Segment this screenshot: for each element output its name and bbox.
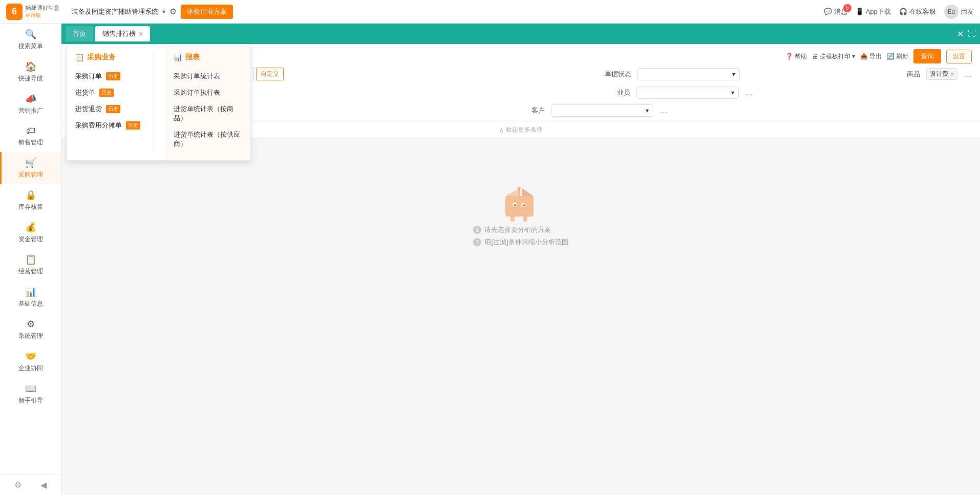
system-dropdown-btn[interactable]: ▾ (162, 8, 165, 15)
print-label: 按模板打印 (820, 52, 850, 61)
logo-area: 6 畅捷通好生意 标准版 (6, 4, 68, 20)
quick-custom-btn[interactable]: 自定义 (256, 68, 284, 80)
user-item[interactable]: Ea 用友 (944, 5, 974, 19)
dropdown-item-purchase-order-label: 采购订单 (75, 72, 102, 81)
history-badge-4: 历史 (126, 121, 140, 130)
sidebar: 🔍 搜索菜单 🏠 快捷导航 📣 营销推广 🏷 销售管理 🛒 采购管理 🔒 库存核… (0, 24, 61, 495)
sidebar-item-search[interactable]: 🔍 搜索菜单 (0, 24, 61, 56)
svg-rect-0 (505, 196, 534, 217)
app-download-item[interactable]: 📱 App下载 (856, 7, 891, 16)
sidebar-label-marketing: 营销推广 (18, 106, 43, 115)
online-service-item[interactable]: 🎧 在线客服 (899, 7, 936, 16)
export-btn[interactable]: 📤 导出 (860, 52, 882, 61)
sidebar-label-sales: 销售管理 (18, 138, 43, 147)
sidebar-item-basic[interactable]: 📊 基础信息 (0, 281, 61, 313)
settings-filter-btn[interactable]: 设置 (946, 50, 972, 63)
svg-marker-2 (522, 188, 534, 196)
top-header: 6 畅捷通好生意 标准版 装备及固定资产辅助管理系统 ▾ ⚙ 体验行业方案 💬 … (0, 0, 980, 24)
svg-rect-10 (523, 216, 527, 222)
sidebar-item-system[interactable]: ⚙ 系统管理 (0, 313, 61, 346)
svg-point-8 (518, 187, 521, 190)
salesperson-ellipsis-btn[interactable]: … (745, 88, 753, 97)
goods-tag-close[interactable]: × (950, 71, 954, 78)
avatar: Ea (944, 5, 958, 19)
dropdown-item-report-po-stat[interactable]: 采购订单统计表 (174, 68, 243, 84)
logo-icon: 6 (6, 4, 23, 20)
app-download-label: App下载 (866, 7, 891, 16)
export-label: 导出 (869, 52, 882, 61)
sidebar-settings-btn[interactable]: ⚙ (14, 480, 22, 490)
dropdown-item-purchase-return-label: 进货退货 (75, 104, 102, 114)
salesperson-select[interactable]: ▾ (636, 87, 739, 99)
tab-close-window-btn[interactable]: ✕ (957, 29, 964, 39)
tab-home-label: 首页 (73, 29, 86, 38)
sidebar-item-purchase[interactable]: 🛒 采购管理 (0, 152, 61, 184)
tab-close-btn[interactable]: × (139, 30, 143, 38)
query-btn[interactable]: 查询 (913, 49, 941, 63)
sidebar-item-inventory[interactable]: 🔒 库存核算 (0, 184, 61, 217)
collapse-btn[interactable]: ∧ 收起更多条件 (499, 125, 543, 134)
dropdown-item-report-po-exec[interactable]: 采购订单执行表 (174, 84, 243, 101)
dropdown-item-purchase-receipt[interactable]: 进货单 历史 (75, 84, 144, 101)
refresh-btn[interactable]: 🔄 刷新 (887, 52, 908, 61)
tip-num-1: 1 (473, 226, 481, 234)
dropdown-item-purchase-return[interactable]: 进货退货 历史 (75, 101, 144, 117)
purchase-col-title: 📋 采购业务 (75, 53, 144, 62)
tab-home[interactable]: 首页 (66, 26, 93, 41)
help-btn[interactable]: ❓ 帮助 (785, 52, 807, 61)
salesperson-label: 业员 (617, 88, 630, 97)
sidebar-item-newbie[interactable]: 📖 新手引导 (0, 378, 61, 410)
report-col-title: 📊 报表 (174, 53, 243, 62)
sidebar-item-finance[interactable]: 💰 资金管理 (0, 217, 61, 249)
customer-ellipsis-btn[interactable]: … (659, 106, 668, 115)
doc-status-select[interactable]: ▾ (637, 68, 740, 80)
notification-item[interactable]: 💬 9 消息 (824, 7, 847, 16)
newbie-icon: 📖 (25, 383, 36, 394)
system-name: 装备及固定资产辅助管理系统 (72, 7, 158, 16)
dropdown-item-report-goods-stat[interactable]: 进货单统计表（按商品） (174, 101, 243, 126)
industry-btn[interactable]: 体验行业方案 (181, 5, 233, 19)
inventory-icon: 🔒 (25, 189, 36, 201)
tab-sales-rank[interactable]: 销售排行榜 × (95, 26, 150, 41)
header-gear-btn[interactable]: ⚙ (169, 7, 177, 16)
dropdown-columns: 📋 采购业务 采购订单 历史 进货单 历史 进货退货 历史 采购费用分摊单 历史 (75, 53, 242, 152)
empty-illustration (495, 178, 546, 219)
sidebar-item-operations[interactable]: 📋 经营管理 (0, 249, 61, 281)
dropdown-item-purchase-expense[interactable]: 采购费用分摊单 历史 (75, 117, 144, 134)
sidebar-item-corp[interactable]: 🤝 企业协同 (0, 346, 61, 378)
goods-label: 商品 (907, 70, 920, 79)
sidebar-item-sales[interactable]: 🏷 销售管理 (0, 120, 61, 152)
tab-bar-right: ✕ ⛶ (957, 29, 976, 39)
history-badge-2: 历史 (99, 89, 114, 97)
help-label: 帮助 (795, 52, 807, 61)
finance-icon: 💰 (25, 222, 36, 233)
sidebar-collapse-btn[interactable]: ◀ (40, 480, 47, 490)
customer-select[interactable]: ▾ (551, 104, 653, 117)
sidebar-label-system: 系统管理 (18, 332, 43, 340)
print-btn[interactable]: 🖨 按模板打印 ▾ (812, 52, 855, 61)
dropdown-item-report-supplier-stat[interactable]: 进货单统计表（按供应商） (174, 126, 243, 152)
tab-bar: 首页 销售排行榜 × ✕ ⛶ (61, 24, 980, 44)
dropdown-item-purchase-order[interactable]: 采购订单 历史 (75, 68, 144, 84)
report-col: 📊 报表 采购订单统计表 采购订单执行表 进货单统计表（按商品） 进货单统计表（… (165, 45, 251, 160)
sidebar-footer: ⚙ ◀ (0, 475, 61, 495)
megaphone-icon: 📣 (25, 93, 36, 104)
sidebar-item-quicknav[interactable]: 🏠 快捷导航 (0, 56, 61, 88)
sidebar-label-search: 搜索菜单 (18, 42, 43, 51)
purchase-col: 📋 采购业务 采购订单 历史 进货单 历史 进货退货 历史 采购费用分摊单 历史 (75, 53, 144, 152)
report-col-label: 报表 (185, 53, 200, 62)
username-label: 用友 (961, 7, 974, 16)
goods-ellipsis-btn[interactable]: … (964, 70, 972, 79)
sidebar-item-marketing[interactable]: 📣 营销推广 (0, 88, 61, 120)
notification-badge: 9 (843, 4, 851, 12)
phone-icon: 📱 (856, 8, 864, 15)
sidebar-label-newbie: 新手引导 (18, 396, 43, 405)
tab-maximize-btn[interactable]: ⛶ (968, 29, 976, 39)
search-icon: 🔍 (25, 29, 36, 40)
purchase-col-label: 采购业务 (87, 53, 116, 62)
sales-icon: 🏷 (26, 125, 35, 136)
dropdown-item-report-goods-stat-label: 进货单统计表（按商品） (174, 104, 243, 123)
logo-text: 畅捷通好生意 (26, 4, 59, 11)
dropdown-menu: 📋 采购业务 采购订单 历史 进货单 历史 进货退货 历史 采购费用分摊单 历史 (67, 44, 251, 161)
collapse-icon: ∧ (499, 126, 504, 134)
